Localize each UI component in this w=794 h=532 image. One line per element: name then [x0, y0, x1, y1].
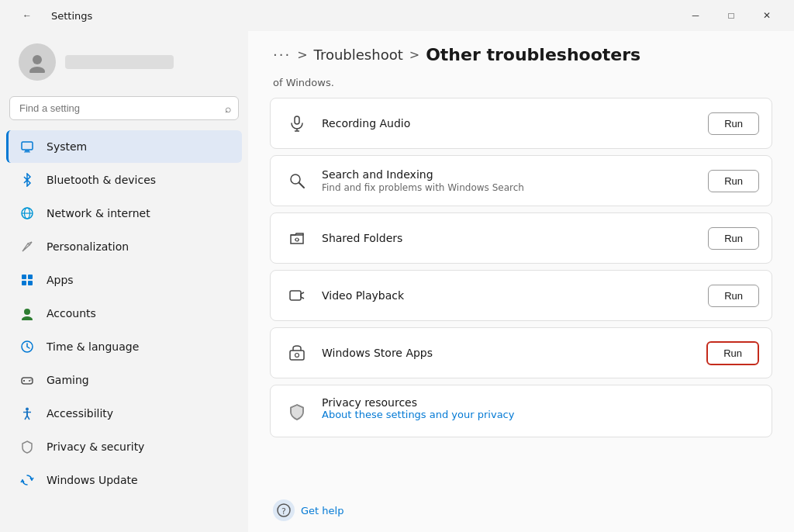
sidebar-label-time: Time & language [47, 340, 139, 353]
sidebar-item-personalization[interactable]: Personalization [6, 230, 242, 263]
svg-line-31 [299, 183, 304, 188]
search-indexing-icon [283, 167, 311, 195]
svg-rect-10 [22, 275, 26, 279]
svg-point-21 [30, 379, 31, 380]
svg-rect-27 [295, 116, 299, 124]
svg-point-14 [24, 309, 30, 315]
svg-rect-4 [24, 152, 30, 153]
search-box[interactable]: ⌕ [9, 96, 239, 120]
sidebar-item-system[interactable]: System [6, 130, 242, 163]
avatar [19, 43, 56, 81]
svg-rect-12 [22, 281, 26, 285]
ts-item-video-playback: Video PlaybackRun [270, 270, 772, 321]
svg-rect-11 [28, 275, 33, 279]
sidebar-item-privacy[interactable]: Privacy & security [6, 430, 242, 463]
run-button-windows-store-apps[interactable]: Run [706, 341, 759, 365]
accounts-icon [19, 305, 36, 322]
close-button[interactable]: ✕ [749, 3, 785, 28]
svg-line-26 [27, 416, 29, 420]
back-button[interactable]: ← [9, 3, 45, 28]
run-button-search-indexing[interactable]: Run [708, 170, 759, 192]
ts-title-shared-folders: Shared Folders [322, 232, 708, 244]
ts-title-video-playback: Video Playback [322, 289, 708, 302]
sidebar-item-accounts[interactable]: Accounts [6, 297, 242, 330]
breadcrumb: ··· > Troubleshoot > Other troubleshoote… [248, 31, 794, 77]
ts-info-video-playback: Video Playback [322, 289, 708, 302]
sidebar-item-time[interactable]: Time & language [6, 330, 242, 363]
sidebar-label-network: Network & internet [47, 207, 150, 219]
recording-audio-icon [283, 109, 311, 137]
svg-point-30 [291, 174, 300, 184]
update-icon [19, 472, 36, 489]
user-name-blurred [65, 55, 174, 69]
get-help-link[interactable]: Get help [301, 505, 343, 516]
apps-icon [19, 271, 36, 288]
minimize-button[interactable]: ─ [678, 3, 713, 28]
ts-item-recording-audio: Recording AudioRun [270, 98, 772, 149]
bluetooth-icon [19, 171, 36, 188]
windows-store-apps-icon [283, 339, 311, 367]
ts-info-windows-store-apps: Windows Store Apps [322, 347, 706, 359]
content-footer: ? Get help [248, 492, 794, 532]
sidebar-label-accounts: Accounts [47, 307, 96, 320]
minimize-icon: ─ [692, 10, 699, 21]
ts-info-search-indexing: Search and IndexingFind and fix problems… [322, 168, 708, 193]
privacy-shield-icon [283, 398, 311, 426]
sidebar: ⌕ SystemBluetooth & devicesNetwork & int… [0, 31, 248, 532]
svg-rect-35 [290, 291, 301, 300]
shared-folders-icon [283, 224, 311, 252]
sidebar-label-personalization: Personalization [47, 240, 129, 253]
ts-title-windows-store-apps: Windows Store Apps [322, 347, 706, 359]
maximize-button[interactable]: □ [713, 3, 749, 28]
privacy-link[interactable]: About these settings and your privacy [322, 409, 514, 420]
ts-title-search-indexing: Search and Indexing [322, 168, 708, 181]
sidebar-label-update: Windows Update [47, 474, 138, 486]
sidebar-item-bluetooth[interactable]: Bluetooth & devices [6, 164, 242, 196]
svg-point-22 [26, 408, 29, 411]
privacy-title: Privacy resources [322, 396, 514, 409]
breadcrumb-dots[interactable]: ··· [273, 47, 291, 63]
accessibility-icon [19, 405, 36, 422]
svg-point-40 [295, 354, 299, 358]
ts-item-search-indexing: Search and IndexingFind and fix problems… [270, 155, 772, 206]
sidebar-item-update[interactable]: Windows Update [6, 464, 242, 496]
app-title: Settings [51, 10, 92, 22]
svg-point-1 [29, 67, 45, 73]
main-content: ··· > Troubleshoot > Other troubleshoote… [248, 31, 794, 532]
svg-rect-39 [290, 351, 304, 360]
sidebar-label-accessibility: Accessibility [47, 407, 113, 420]
search-input[interactable] [9, 96, 239, 120]
sidebar-nav: SystemBluetooth & devicesNetwork & inter… [0, 126, 248, 532]
help-icon: ? [273, 499, 295, 521]
network-icon [19, 205, 36, 222]
sidebar-item-gaming[interactable]: Gaming [6, 364, 242, 396]
run-button-video-playback[interactable]: Run [708, 285, 759, 307]
sidebar-label-gaming: Gaming [47, 374, 89, 386]
sidebar-label-bluetooth: Bluetooth & devices [47, 174, 156, 186]
ts-info-shared-folders: Shared Folders [322, 232, 708, 244]
privacy-icon [19, 438, 36, 455]
sidebar-item-apps[interactable]: Apps [6, 264, 242, 296]
sidebar-item-network[interactable]: Network & internet [6, 197, 242, 230]
svg-point-20 [29, 380, 30, 382]
svg-rect-13 [28, 281, 33, 285]
svg-line-25 [25, 416, 27, 420]
search-icon: ⌕ [225, 102, 231, 115]
system-icon [19, 138, 36, 155]
run-button-recording-audio[interactable]: Run [708, 112, 759, 135]
breadcrumb-sep1: > [297, 47, 307, 62]
personalization-icon [19, 238, 36, 255]
title-bar: ← Settings ─ □ ✕ [0, 0, 794, 31]
svg-rect-2 [22, 142, 33, 150]
sidebar-label-apps: Apps [47, 274, 74, 286]
video-playback-icon [283, 282, 311, 309]
ts-item-windows-store-apps: Windows Store AppsRun [270, 327, 772, 378]
run-button-shared-folders[interactable]: Run [708, 227, 759, 250]
breadcrumb-link-troubleshoot[interactable]: Troubleshoot [314, 47, 403, 63]
ts-desc-search-indexing: Find and fix problems with Windows Searc… [322, 182, 708, 193]
svg-text:?: ? [281, 506, 286, 516]
gaming-icon [19, 371, 36, 389]
sidebar-item-accessibility[interactable]: Accessibility [6, 397, 242, 430]
user-profile-area[interactable] [6, 34, 242, 90]
close-icon: ✕ [763, 10, 771, 21]
